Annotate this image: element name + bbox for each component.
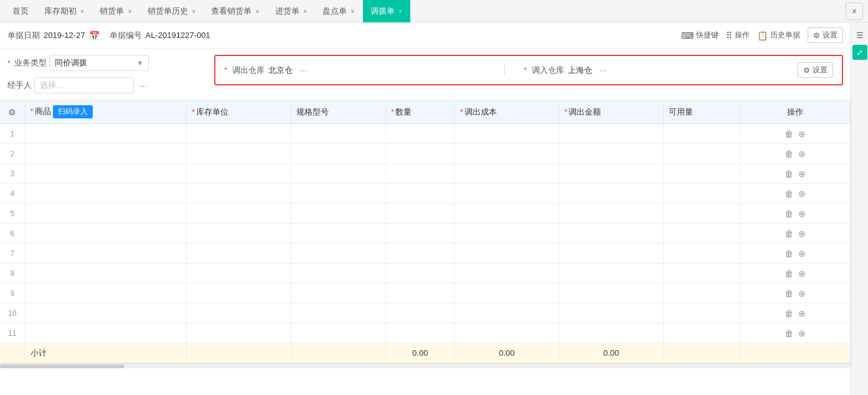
- row-unit-2[interactable]: [187, 144, 291, 164]
- row-amount-4[interactable]: [559, 184, 664, 204]
- row-unit-8[interactable]: [187, 264, 291, 283]
- row-spec-1[interactable]: [291, 124, 385, 144]
- row-unit-3[interactable]: [187, 164, 291, 184]
- sidebar-expand-icon-btn[interactable]: ⤢: [852, 45, 867, 60]
- row-amount-1[interactable]: [559, 124, 664, 144]
- row-amount-5[interactable]: [559, 204, 664, 224]
- delete-icon-1[interactable]: 🗑: [785, 129, 793, 139]
- row-available-5[interactable]: [663, 204, 740, 224]
- row-product-11[interactable]: [25, 323, 187, 343]
- tab-home[interactable]: 首页: [5, 0, 37, 22]
- row-cost-7[interactable]: [455, 244, 559, 264]
- copy-icon-9[interactable]: ⊕: [798, 288, 806, 298]
- row-unit-9[interactable]: [187, 283, 291, 303]
- row-cost-2[interactable]: [455, 144, 559, 164]
- row-product-7[interactable]: [25, 244, 187, 264]
- row-qty-1[interactable]: [386, 124, 455, 144]
- row-product-6[interactable]: [25, 224, 187, 244]
- handler-select[interactable]: 选择...: [34, 77, 134, 93]
- row-spec-9[interactable]: [291, 283, 385, 303]
- tab-sales-history[interactable]: 销货单历史 ×: [140, 0, 204, 22]
- row-cost-11[interactable]: [455, 323, 559, 343]
- tab-sales-order[interactable]: 销货单 ×: [92, 0, 139, 22]
- row-product-3[interactable]: [25, 164, 187, 184]
- row-unit-10[interactable]: [187, 303, 291, 323]
- row-unit-1[interactable]: [187, 124, 291, 144]
- copy-icon-8[interactable]: ⊕: [798, 269, 806, 278]
- delete-icon-9[interactable]: 🗑: [785, 288, 793, 298]
- row-spec-4[interactable]: [291, 184, 385, 204]
- row-qty-10[interactable]: [386, 303, 455, 323]
- row-product-2[interactable]: [25, 144, 187, 164]
- tab-close-sales-order[interactable]: ×: [128, 7, 131, 15]
- row-spec-6[interactable]: [291, 224, 385, 244]
- row-product-9[interactable]: [25, 283, 187, 303]
- scan-btn[interactable]: 扫码录入: [53, 105, 93, 118]
- copy-icon-6[interactable]: ⊕: [798, 229, 806, 239]
- row-unit-5[interactable]: [187, 204, 291, 224]
- copy-icon-3[interactable]: ⊕: [798, 169, 806, 179]
- row-amount-7[interactable]: [559, 244, 664, 264]
- tab-close-inventory-init[interactable]: ×: [80, 7, 84, 15]
- row-qty-2[interactable]: [386, 144, 455, 164]
- row-spec-8[interactable]: [291, 264, 385, 283]
- row-cost-8[interactable]: [455, 264, 559, 283]
- row-available-10[interactable]: [663, 303, 740, 323]
- row-available-6[interactable]: [663, 224, 740, 244]
- tab-close-sales-history[interactable]: ×: [192, 7, 196, 15]
- delete-icon-8[interactable]: 🗑: [785, 269, 793, 278]
- row-amount-10[interactable]: [559, 303, 664, 323]
- tab-inventory-init[interactable]: 库存期初 ×: [37, 0, 92, 22]
- operations-btn[interactable]: ⠿ 操作: [726, 30, 750, 40]
- delete-icon-11[interactable]: 🗑: [785, 328, 793, 338]
- delete-icon-5[interactable]: 🗑: [785, 209, 793, 219]
- copy-icon-1[interactable]: ⊕: [798, 129, 806, 139]
- row-qty-7[interactable]: [386, 244, 455, 264]
- sidebar-list-icon-btn[interactable]: ☰: [852, 27, 867, 42]
- scrollbar[interactable]: [0, 363, 851, 368]
- row-cost-3[interactable]: [455, 164, 559, 184]
- row-amount-11[interactable]: [559, 323, 664, 343]
- row-unit-6[interactable]: [187, 224, 291, 244]
- copy-icon-4[interactable]: ⊕: [798, 189, 806, 199]
- row-available-3[interactable]: [663, 164, 740, 184]
- delete-icon-10[interactable]: 🗑: [785, 308, 793, 318]
- row-spec-10[interactable]: [291, 303, 385, 323]
- row-available-7[interactable]: [663, 244, 740, 264]
- tab-close-purchase-order[interactable]: ×: [303, 7, 307, 15]
- business-type-select[interactable]: 同价调拨 ▼: [49, 55, 149, 71]
- calendar-icon[interactable]: 📅: [89, 31, 100, 40]
- row-qty-8[interactable]: [386, 264, 455, 283]
- row-cost-5[interactable]: [455, 204, 559, 224]
- form-settings-btn[interactable]: ⚙ 设置: [798, 62, 833, 78]
- row-available-11[interactable]: [663, 323, 740, 343]
- row-amount-8[interactable]: [559, 264, 664, 283]
- delete-icon-4[interactable]: 🗑: [785, 189, 793, 199]
- target-warehouse-more-btn[interactable]: ···: [600, 65, 606, 75]
- shortcut-btn[interactable]: ⌨ 快捷键: [681, 30, 719, 40]
- copy-icon-5[interactable]: ⊕: [798, 209, 806, 219]
- history-btn[interactable]: 📋 历史单据: [757, 30, 800, 40]
- row-amount-6[interactable]: [559, 224, 664, 244]
- row-cost-10[interactable]: [455, 303, 559, 323]
- row-unit-4[interactable]: [187, 184, 291, 204]
- source-warehouse-more-btn[interactable]: ···: [300, 65, 307, 75]
- row-qty-5[interactable]: [386, 204, 455, 224]
- row-product-10[interactable]: [25, 303, 187, 323]
- delete-icon-2[interactable]: 🗑: [785, 149, 793, 159]
- tab-close-view-sales[interactable]: ×: [255, 7, 259, 15]
- row-spec-5[interactable]: [291, 204, 385, 224]
- row-available-9[interactable]: [663, 283, 740, 303]
- row-qty-9[interactable]: [386, 283, 455, 303]
- row-amount-9[interactable]: [559, 283, 664, 303]
- row-cost-1[interactable]: [455, 124, 559, 144]
- row-product-8[interactable]: [25, 264, 187, 283]
- row-qty-3[interactable]: [386, 164, 455, 184]
- row-spec-11[interactable]: [291, 323, 385, 343]
- row-available-4[interactable]: [663, 184, 740, 204]
- row-unit-7[interactable]: [187, 244, 291, 264]
- tab-purchase-order[interactable]: 进货单 ×: [268, 0, 315, 22]
- handler-more-btn[interactable]: ···: [140, 81, 147, 90]
- row-amount-3[interactable]: [559, 164, 664, 184]
- row-spec-2[interactable]: [291, 144, 385, 164]
